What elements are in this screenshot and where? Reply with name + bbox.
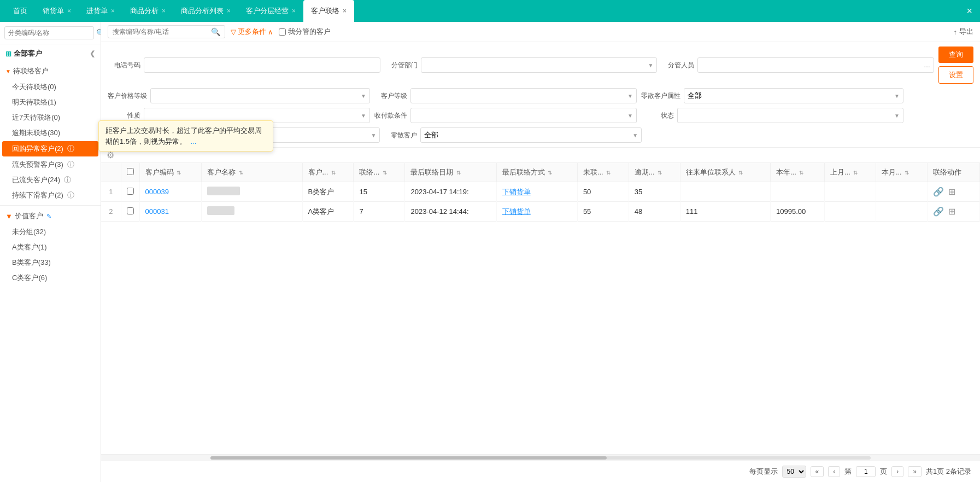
th-code: 客户编码 ⇅ xyxy=(139,163,202,182)
th-last-month: 上月... ⇅ xyxy=(824,163,876,182)
close-sales-icon[interactable]: × xyxy=(67,7,71,15)
sidebar-search-input[interactable] xyxy=(4,26,94,39)
th-unit-contact: 往来单位联系人 ⇅ xyxy=(680,163,770,182)
td-uc-2: 111 xyxy=(680,202,770,222)
sidebar-tomorrow-contact[interactable]: 明天待联络(1) xyxy=(0,95,101,110)
td-code-1[interactable]: 000039 xyxy=(139,182,202,202)
sidebar-repurchase-anomaly[interactable]: 回购异常客户(2) ⓘ xyxy=(2,141,98,156)
select-all-checkbox[interactable] xyxy=(127,168,134,175)
sidebar-a-class[interactable]: A类客户(1) xyxy=(0,240,101,255)
scrollbar-thumb[interactable] xyxy=(210,456,607,460)
nav-customer-contact[interactable]: 客户联络 × xyxy=(303,0,354,22)
my-customer-checkbox[interactable] xyxy=(279,28,286,36)
td-actions-1: 🔗 ⊞ xyxy=(927,182,979,202)
contact-action-icon-1[interactable]: 🔗 xyxy=(933,187,944,197)
per-page-select[interactable]: 50 xyxy=(782,466,806,478)
td-code-2[interactable]: 000031 xyxy=(139,202,202,222)
close-analysis-list-icon[interactable]: × xyxy=(227,7,231,15)
sidebar-today-contact[interactable]: 今天待联络(0) xyxy=(0,79,101,95)
sidebar-b-class[interactable]: B类客户(33) xyxy=(0,255,101,270)
sidebar-value-customer-group[interactable]: ▼ 价值客户 ✎ xyxy=(0,208,101,224)
next-page-btn[interactable]: › xyxy=(891,466,903,477)
close-analysis-icon[interactable]: × xyxy=(162,7,166,15)
sidebar-all-customers[interactable]: ⊞ 全部客户 ❮ xyxy=(0,44,101,63)
row2-checkbox[interactable] xyxy=(127,207,134,214)
tooltip-more[interactable]: ... xyxy=(190,137,196,146)
sort-lm-icon[interactable]: ⇅ xyxy=(853,170,858,176)
page-input[interactable] xyxy=(856,466,876,477)
sort-lmethod-icon[interactable]: ⇅ xyxy=(548,170,552,176)
filter-search-icon[interactable]: 🔍 xyxy=(211,27,220,36)
filter-search-input[interactable] xyxy=(113,28,211,36)
filter-price-level: 客户价格等级 ▼ xyxy=(108,88,370,103)
sidebar-churn-warning[interactable]: 流失预警客户(3) ⓘ xyxy=(0,157,101,172)
filter-bar-top: 🔍 ▽ 更多条件 ∧ 我分管的客户 ↑ 导出 xyxy=(101,22,980,42)
sort-od-icon[interactable]: ⇅ xyxy=(658,170,662,176)
filter-payment: 收付款条件 ▼ xyxy=(374,108,637,123)
main-layout: 🔍 ⊞ 全部客户 ❮ ▼ 待联络客户 今天待联络(0) 明天待联络(1) 近7天… xyxy=(0,22,980,482)
close-customer-segment-icon[interactable]: × xyxy=(292,7,296,15)
setting-button[interactable]: 设置 xyxy=(938,66,973,84)
nav-customer-segment[interactable]: 客户分层经营 × xyxy=(238,0,303,22)
more-action-icon-1[interactable]: ⊞ xyxy=(948,187,955,197)
last-contact-method-link-1[interactable]: 下销货单 xyxy=(502,188,531,196)
horizontal-scrollbar[interactable] xyxy=(101,454,980,461)
td-lmethod-2: 下销货单 xyxy=(496,202,577,222)
sort-ty-icon[interactable]: ⇅ xyxy=(799,170,803,176)
close-customer-contact-icon[interactable]: × xyxy=(343,7,347,15)
sidebar-collapse-icon[interactable]: ❮ xyxy=(90,50,95,57)
row1-checkbox[interactable] xyxy=(127,188,134,195)
last-page-btn[interactable]: » xyxy=(908,466,922,477)
sidebar-c-class[interactable]: C类客户(6) xyxy=(0,270,101,286)
filter-payment-select[interactable]: ▼ xyxy=(410,108,637,123)
sort-nc-icon[interactable]: ⇅ xyxy=(606,170,611,176)
sidebar-overdue-contact[interactable]: 逾期未联络(30) xyxy=(0,125,101,141)
sidebar-declining[interactable]: 持续下滑客户(2) ⓘ xyxy=(0,188,101,203)
sidebar-pending-group[interactable]: ▼ 待联络客户 xyxy=(0,63,101,79)
filter-retail2-select[interactable]: 全部 ▼ xyxy=(420,127,642,143)
first-page-btn[interactable]: « xyxy=(811,466,824,477)
th-action: 联络动作 xyxy=(927,163,979,182)
prev-page-btn[interactable]: ‹ xyxy=(828,466,840,477)
last-contact-method-link-2[interactable]: 下销货单 xyxy=(502,207,531,216)
export-button[interactable]: ↑ 导出 xyxy=(954,27,974,37)
more-icon[interactable]: … xyxy=(924,61,930,69)
chevron-down-icon: ∧ xyxy=(268,28,273,36)
nav-home[interactable]: 首页 xyxy=(5,0,35,22)
sort-tm-icon[interactable]: ⇅ xyxy=(905,170,909,176)
action-icons-2: 🔗 ⊞ xyxy=(933,206,974,217)
filter-dept-select[interactable]: ▼ xyxy=(421,57,658,73)
sidebar-churned[interactable]: 已流失客户(24) ⓘ xyxy=(0,172,101,188)
sort-ldate-icon[interactable]: ⇅ xyxy=(456,170,461,176)
td-ctype-1: B类客户 xyxy=(302,182,354,202)
filter-clevel-select[interactable]: ▼ xyxy=(410,88,637,103)
close-purchase-icon[interactable]: × xyxy=(111,7,115,15)
sort-contact-icon[interactable]: ⇅ xyxy=(383,170,387,176)
td-ctype-2: A类客户 xyxy=(302,202,354,222)
sort-ctype-icon[interactable]: ⇅ xyxy=(331,170,336,176)
sidebar-7day-contact[interactable]: 近7天待联络(0) xyxy=(0,110,101,125)
window-close-button[interactable]: × xyxy=(966,5,972,17)
nav-analysis[interactable]: 商品分析 × xyxy=(122,0,173,22)
filter-manager-select[interactable]: … xyxy=(697,57,934,73)
sidebar-search-icon[interactable]: 🔍 xyxy=(96,28,101,37)
contact-action-icon-2[interactable]: 🔗 xyxy=(933,206,944,217)
nav-analysis-list[interactable]: 商品分析列表 × xyxy=(173,0,238,22)
info-icon-2: ⓘ xyxy=(67,160,74,169)
filter-phone-input[interactable] xyxy=(144,57,380,73)
nav-sales[interactable]: 销货单 × xyxy=(35,0,79,22)
filter-phone: 电话号码 xyxy=(108,57,380,73)
filter-price-select[interactable]: ▼ xyxy=(150,88,370,103)
sort-name-icon[interactable]: ⇅ xyxy=(239,170,243,176)
query-button[interactable]: 查询 xyxy=(938,47,973,63)
more-action-icon-2[interactable]: ⊞ xyxy=(948,206,955,217)
filter-status-select[interactable]: ▼ xyxy=(677,108,903,123)
sort-code-icon[interactable]: ⇅ xyxy=(177,170,181,176)
nav-purchase[interactable]: 进货单 × xyxy=(79,0,122,22)
sidebar-unclassified[interactable]: 未分组(32) xyxy=(0,224,101,240)
sort-uc-icon[interactable]: ⇅ xyxy=(738,170,743,176)
td-cb-2 xyxy=(121,202,139,222)
edit-icon[interactable]: ✎ xyxy=(46,213,51,220)
more-conditions-btn[interactable]: ▽ 更多条件 ∧ xyxy=(231,27,273,37)
filter-retail-select[interactable]: 全部 ▼ xyxy=(684,88,903,103)
